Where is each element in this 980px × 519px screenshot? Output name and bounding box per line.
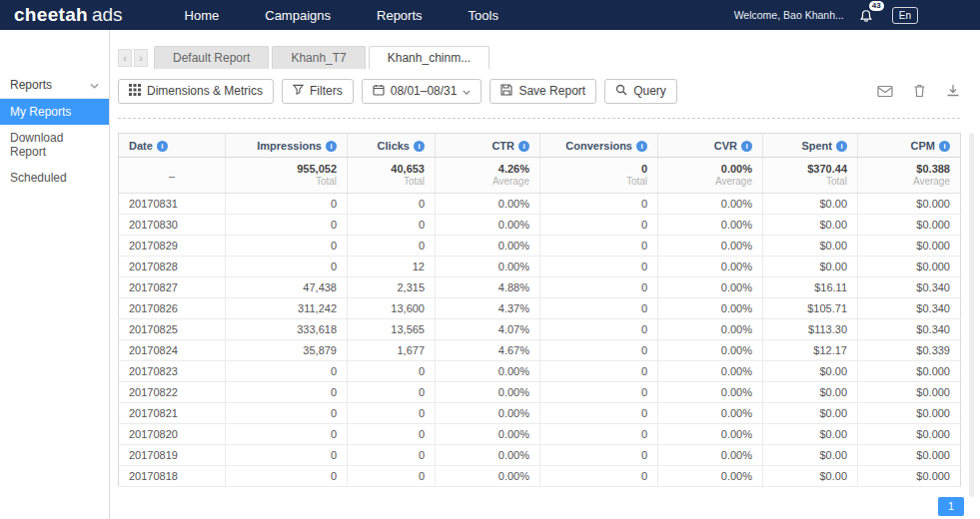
info-icon[interactable]: i xyxy=(741,141,752,152)
table-row[interactable]: 2017082435,8791,6774.67%00.00%$12.17$0.3… xyxy=(119,340,961,361)
table-row[interactable]: 20170823000.00%00.00%$0.00$0.000 xyxy=(119,361,961,382)
summary-value-cell: 955,052Total xyxy=(226,158,348,194)
nav-campaigns[interactable]: Campaigns xyxy=(265,8,331,23)
nav-home[interactable]: Home xyxy=(185,8,220,23)
value-cell: 0.00% xyxy=(658,236,763,257)
info-icon[interactable]: i xyxy=(326,141,337,152)
tab-scroll-left-icon[interactable]: ‹ xyxy=(118,49,132,67)
nav-reports[interactable]: Reports xyxy=(377,8,423,23)
tab-khanh-chinm[interactable]: Khanh_chinm... xyxy=(369,46,490,69)
date-cell: 20170828 xyxy=(119,257,226,277)
table-row[interactable]: 20170819000.00%00.00%$0.00$0.000 xyxy=(119,445,961,466)
tab-khanh-t7[interactable]: Khanh_T7 xyxy=(272,46,365,69)
info-icon[interactable]: i xyxy=(836,141,847,152)
sidebar-section-reports[interactable]: Reports xyxy=(0,72,109,99)
trash-icon[interactable] xyxy=(913,84,926,98)
column-header-conversions[interactable]: Conversionsi xyxy=(540,134,658,158)
value-cell: $0.00 xyxy=(763,466,858,487)
value-cell: $0.000 xyxy=(858,194,961,215)
column-header-clicks[interactable]: Clicksi xyxy=(348,134,436,158)
table-row[interactable]: 20170826311,24213,6004.37%00.00%$105.71$… xyxy=(119,298,961,319)
report-table: DateiImpressionsiClicksiCTRiConversionsi… xyxy=(118,133,961,487)
summary-value-cell: 4.26%Average xyxy=(436,158,540,194)
table-row[interactable]: 20170820000.00%00.00%$0.00$0.000 xyxy=(119,424,961,445)
column-header-spent[interactable]: Spenti xyxy=(763,134,858,158)
column-header-impressions[interactable]: Impressionsi xyxy=(226,134,348,158)
info-icon[interactable]: i xyxy=(157,141,168,152)
app-logo[interactable]: cheetahads xyxy=(14,4,123,26)
tab-scroll-right-icon[interactable]: › xyxy=(134,49,148,67)
column-header-date[interactable]: Datei xyxy=(119,134,226,158)
table-row[interactable]: 20170825333,61813,5654.07%00.00%$113.30$… xyxy=(119,319,961,340)
table-row[interactable]: 20170830000.00%00.00%$0.00$0.000 xyxy=(119,215,961,236)
summary-sublabel: Total xyxy=(550,176,647,188)
sidebar-item-download-report[interactable]: Download Report xyxy=(0,125,109,165)
value-cell: $0.000 xyxy=(858,361,961,382)
value-cell: 0 xyxy=(226,466,348,487)
sidebar-section-label: Reports xyxy=(10,78,52,92)
value-cell: 0 xyxy=(540,382,658,403)
value-cell: 0.00% xyxy=(436,236,540,257)
info-icon[interactable]: i xyxy=(414,141,425,152)
value-cell: 0 xyxy=(540,257,658,277)
table-row[interactable]: 201708280120.00%00.00%$0.00$0.000 xyxy=(119,257,961,277)
value-cell: 0.00% xyxy=(436,445,540,466)
table-row[interactable]: 20170822000.00%00.00%$0.00$0.000 xyxy=(119,382,961,403)
sidebar-item-my-reports[interactable]: My Reports xyxy=(0,99,109,125)
info-icon[interactable]: i xyxy=(636,141,647,152)
date-cell: 20170826 xyxy=(119,298,226,319)
nav-tools[interactable]: Tools xyxy=(469,8,498,23)
value-cell: 35,879 xyxy=(226,340,348,361)
notifications-bell-icon[interactable]: 43 xyxy=(858,5,878,25)
summary-row: –955,052Total40,653Total4.26%Average0Tot… xyxy=(119,158,961,194)
date-cell: 20170823 xyxy=(119,361,226,382)
email-icon[interactable] xyxy=(877,85,893,98)
summary-value: 4.26% xyxy=(446,163,529,176)
table-row[interactable]: 20170829000.00%00.00%$0.00$0.000 xyxy=(119,236,961,257)
summary-value-cell: $370.44Total xyxy=(763,158,858,194)
value-cell: 12 xyxy=(348,257,436,277)
info-icon[interactable]: i xyxy=(939,141,950,152)
table-row[interactable]: 20170821000.00%00.00%$0.00$0.000 xyxy=(119,403,961,424)
value-cell: $0.00 xyxy=(763,361,858,382)
value-cell: 0.00% xyxy=(436,403,540,424)
sidebar-item-scheduled[interactable]: Scheduled xyxy=(0,165,109,191)
date-range-button[interactable]: 08/01–08/31 xyxy=(362,79,483,104)
dimensions-metrics-button[interactable]: Dimensions & Metrics xyxy=(118,79,274,104)
value-cell: $0.340 xyxy=(858,298,961,319)
query-button[interactable]: Query xyxy=(604,79,677,104)
value-cell: 4.67% xyxy=(436,340,540,361)
language-button[interactable]: En xyxy=(892,7,918,24)
value-cell: 0 xyxy=(348,361,436,382)
value-cell: 0 xyxy=(226,215,348,236)
table-row[interactable]: 2017082747,4382,3154.88%00.00%$16.11$0.3… xyxy=(119,277,961,298)
value-cell: 1,677 xyxy=(348,340,436,361)
column-header-ctr[interactable]: CTRi xyxy=(436,134,540,158)
chevron-down-icon xyxy=(463,84,471,98)
topbar-right: Welcome, Bao Khanh... 43 En xyxy=(734,5,980,25)
value-cell: 4.37% xyxy=(436,298,540,319)
column-header-label: Spent xyxy=(801,140,832,152)
value-cell: 0 xyxy=(540,215,658,236)
save-report-button[interactable]: Save Report xyxy=(490,79,596,104)
vertical-scrollbar[interactable] xyxy=(969,133,974,497)
summary-value-cell: 0.00%Average xyxy=(658,158,763,194)
value-cell: 0.00% xyxy=(436,382,540,403)
value-cell: $0.00 xyxy=(763,424,858,445)
pagination-page-1[interactable]: 1 xyxy=(938,497,964,516)
summary-value: $0.388 xyxy=(868,163,950,176)
table-row[interactable]: 20170818000.00%00.00%$0.00$0.000 xyxy=(119,466,961,487)
value-cell: $105.71 xyxy=(763,298,858,319)
summary-value-cell: $0.388Average xyxy=(858,158,961,194)
column-header-cpm[interactable]: CPMi xyxy=(858,134,961,158)
column-header-cvr[interactable]: CVRi xyxy=(658,134,763,158)
tab-scroll-arrows: ‹ › xyxy=(118,49,148,67)
tab-default-report[interactable]: Default Report xyxy=(154,46,269,69)
download-icon[interactable] xyxy=(946,84,960,98)
value-cell: $0.000 xyxy=(858,403,961,424)
info-icon[interactable]: i xyxy=(518,141,529,152)
value-cell: 0.00% xyxy=(658,382,763,403)
filter-funnel-icon xyxy=(293,84,304,98)
table-row[interactable]: 20170831000.00%00.00%$0.00$0.000 xyxy=(119,194,961,215)
filters-button[interactable]: Filters xyxy=(282,79,354,104)
